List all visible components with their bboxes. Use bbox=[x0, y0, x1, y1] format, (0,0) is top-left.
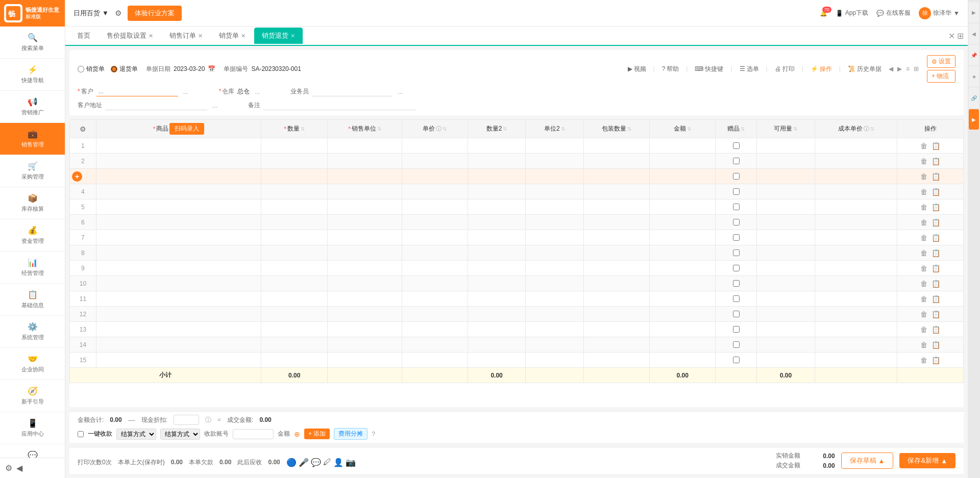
calc-select[interactable]: 结算方式 bbox=[160, 429, 200, 440]
avail-sort-icon[interactable]: ⇅ bbox=[793, 126, 797, 132]
amount-input[interactable] bbox=[652, 142, 713, 149]
unit-price-input[interactable] bbox=[404, 265, 465, 272]
industry-dropdown[interactable]: 日用百货 ▼ bbox=[74, 9, 109, 18]
pack-qty-cell[interactable] bbox=[583, 154, 649, 169]
experience-btn[interactable]: 体验行业方案 bbox=[128, 6, 182, 21]
sale-unit-input[interactable] bbox=[330, 158, 400, 165]
pack-qty-input[interactable] bbox=[586, 219, 647, 226]
tab-home[interactable]: 首页 bbox=[69, 28, 98, 44]
copy-icon[interactable]: 📋 bbox=[932, 249, 940, 257]
sidebar-item-operation[interactable]: 📊经营管理 bbox=[0, 251, 65, 284]
pack-qty-cell[interactable] bbox=[583, 261, 649, 276]
pack-qty-input[interactable] bbox=[586, 265, 647, 272]
unit-price-cell[interactable] bbox=[402, 169, 468, 184]
sale-unit-cell[interactable] bbox=[327, 276, 402, 291]
amount-input[interactable] bbox=[652, 280, 713, 287]
warehouse-picker-btn[interactable]: ... bbox=[253, 88, 262, 95]
qty2-input[interactable] bbox=[470, 204, 523, 211]
pack-qty-cell[interactable] bbox=[583, 337, 649, 353]
gift-sort-icon[interactable]: ⇅ bbox=[741, 126, 745, 132]
unit2-input[interactable] bbox=[528, 173, 581, 180]
quantity-input[interactable] bbox=[263, 204, 325, 211]
customer-picker-btn[interactable]: ... bbox=[181, 88, 190, 95]
amount-cell[interactable] bbox=[649, 169, 715, 184]
sale-unit-cell[interactable] bbox=[327, 184, 402, 199]
qty-sort-icon[interactable]: ⇅ bbox=[301, 126, 305, 132]
delete-icon[interactable]: 🗑 bbox=[920, 188, 927, 196]
quantity-input[interactable] bbox=[263, 234, 325, 241]
select-btn[interactable]: ☰ 选单 bbox=[737, 63, 762, 75]
qty2-sort-icon[interactable]: ⇅ bbox=[503, 126, 507, 132]
product-cell[interactable] bbox=[96, 154, 261, 169]
amount-input[interactable] bbox=[652, 188, 713, 195]
pack-qty-cell[interactable] bbox=[583, 307, 649, 322]
sale-unit-input[interactable] bbox=[330, 249, 400, 257]
pack-qty-input[interactable] bbox=[586, 326, 647, 333]
gift-cell[interactable] bbox=[716, 138, 757, 154]
delete-icon[interactable]: 🗑 bbox=[920, 295, 927, 303]
taskbar-icon-4[interactable]: 🖊 bbox=[323, 458, 331, 467]
unit2-cell[interactable] bbox=[526, 276, 583, 291]
copy-icon[interactable]: 📋 bbox=[932, 310, 940, 318]
unit-price-cell[interactable] bbox=[402, 353, 468, 368]
gift-checkbox[interactable] bbox=[733, 357, 740, 363]
pack-qty-input[interactable] bbox=[586, 142, 647, 149]
quantity-input[interactable] bbox=[263, 142, 325, 149]
product-cell[interactable] bbox=[96, 169, 261, 184]
quantity-input[interactable] bbox=[263, 249, 325, 257]
copy-icon[interactable]: 📋 bbox=[932, 203, 940, 211]
gift-checkbox[interactable] bbox=[733, 249, 740, 256]
app-download-link[interactable]: 📱 App下载 bbox=[836, 9, 868, 17]
sidebar-item-sales[interactable]: 💼销售管理 bbox=[0, 123, 65, 155]
amount-input[interactable] bbox=[652, 158, 713, 165]
sidebar-item-shortcut[interactable]: ⚡快捷导航 bbox=[0, 59, 65, 91]
product-input[interactable] bbox=[99, 341, 259, 348]
tab-maximize-icon[interactable]: ⊞ bbox=[957, 31, 964, 41]
unit-price-cell[interactable] bbox=[402, 154, 468, 169]
gift-checkbox[interactable] bbox=[733, 204, 740, 210]
unit-price-input[interactable] bbox=[404, 158, 465, 165]
quantity-input[interactable] bbox=[263, 295, 325, 303]
unit-price-cell[interactable] bbox=[402, 337, 468, 353]
product-cell[interactable] bbox=[96, 230, 261, 245]
pack-sort-icon[interactable]: ⇅ bbox=[627, 126, 631, 132]
discount-input[interactable] bbox=[174, 415, 199, 425]
tab-close-sale[interactable]: ✕ bbox=[241, 33, 246, 39]
qty2-cell[interactable] bbox=[468, 261, 525, 276]
qty2-cell[interactable] bbox=[468, 291, 525, 307]
gift-cell[interactable] bbox=[716, 322, 757, 337]
add-payment-btn[interactable]: + 添加 bbox=[304, 429, 330, 439]
taskbar-icon-3[interactable]: 💬 bbox=[311, 458, 321, 467]
tab-sale-return[interactable]: 销货退货 ✕ bbox=[254, 28, 303, 44]
unit2-cell[interactable] bbox=[526, 261, 583, 276]
user-menu[interactable]: 徐 徐泽华 ▼ bbox=[919, 7, 960, 19]
delete-icon[interactable]: 🗑 bbox=[920, 325, 927, 334]
quantity-cell[interactable] bbox=[261, 169, 327, 184]
delete-icon[interactable]: 🗑 bbox=[920, 203, 927, 211]
unit2-input[interactable] bbox=[528, 234, 581, 241]
qty2-input[interactable] bbox=[470, 173, 523, 180]
product-input[interactable] bbox=[99, 280, 259, 287]
sale-unit-cell[interactable] bbox=[327, 307, 402, 322]
unit-price-cell[interactable] bbox=[402, 245, 468, 261]
staff-picker-btn[interactable]: ... bbox=[396, 88, 405, 95]
amount-cell[interactable] bbox=[649, 337, 715, 353]
unit-price-input[interactable] bbox=[404, 188, 465, 195]
amount-cell[interactable] bbox=[649, 184, 715, 199]
amount-input[interactable] bbox=[652, 173, 713, 180]
sidebar-item-search[interactable]: 🔍搜索菜单 bbox=[0, 27, 65, 59]
delete-icon[interactable]: 🗑 bbox=[920, 218, 927, 227]
gift-cell[interactable] bbox=[716, 154, 757, 169]
copy-icon[interactable]: 📋 bbox=[932, 218, 940, 227]
unit-price-cell[interactable] bbox=[402, 215, 468, 230]
quantity-cell[interactable] bbox=[261, 215, 327, 230]
unit2-cell[interactable] bbox=[526, 169, 583, 184]
one-click-payment-checkbox[interactable] bbox=[78, 431, 84, 437]
copy-icon[interactable]: 📋 bbox=[932, 188, 940, 196]
product-cell[interactable] bbox=[96, 199, 261, 215]
delete-icon[interactable]: 🗑 bbox=[920, 157, 927, 165]
unit-price-cell[interactable] bbox=[402, 276, 468, 291]
sale-unit-input[interactable] bbox=[330, 341, 400, 348]
tab-sale[interactable]: 销货单 ✕ bbox=[211, 28, 253, 44]
quantity-input[interactable] bbox=[263, 326, 325, 333]
